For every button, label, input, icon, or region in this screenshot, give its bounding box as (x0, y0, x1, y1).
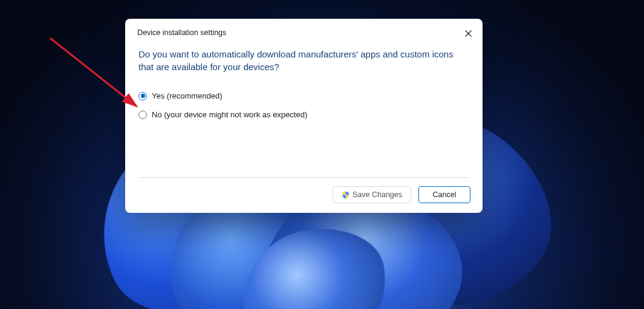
save-changes-button[interactable]: Save Changes (333, 186, 411, 203)
radio-no[interactable] (138, 111, 147, 119)
uac-shield-icon (342, 191, 350, 199)
dialog-title: Device installation settings (137, 27, 462, 37)
cancel-button[interactable]: Cancel (418, 186, 470, 203)
radio-group: Yes (recommended) No (your device might … (138, 91, 469, 119)
close-button[interactable] (462, 27, 474, 39)
cancel-button-label: Cancel (433, 190, 457, 199)
option-yes[interactable]: Yes (recommended) (138, 91, 469, 100)
question-text: Do you want to automatically download ma… (138, 48, 469, 73)
dialog-body: Do you want to automatically download ma… (125, 39, 483, 177)
option-yes-label: Yes (recommended) (152, 91, 223, 100)
dialog-footer: Save Changes Cancel (125, 178, 483, 213)
close-icon (465, 30, 472, 37)
option-no[interactable]: No (your device might not work as expect… (138, 110, 469, 119)
option-no-label: No (your device might not work as expect… (152, 110, 307, 119)
radio-yes[interactable] (138, 92, 147, 100)
titlebar: Device installation settings (125, 19, 483, 39)
device-installation-settings-dialog: Device installation settings Do you want… (125, 19, 483, 213)
save-button-label: Save Changes (353, 190, 402, 199)
